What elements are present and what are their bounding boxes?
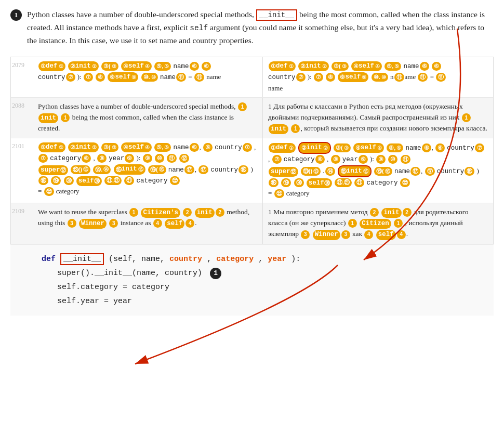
r-tok-19: ⑲: [281, 178, 291, 187]
l-tok-20: ⑳: [64, 176, 74, 185]
tok-self-2109: self: [165, 219, 184, 229]
tok-init-r-2088: init: [269, 124, 288, 134]
rtok-8: ⑧: [326, 73, 335, 82]
tok-init-2088: init: [38, 113, 58, 123]
rtok-4: ④self④: [351, 61, 382, 71]
r-tok-self20: self⑳: [307, 178, 332, 188]
l-tok-1: ①def①: [38, 142, 65, 152]
badge-2109-4: 4: [153, 219, 162, 228]
r-tok-10: ⑩: [388, 155, 397, 164]
l-tok-12: ⑫: [179, 154, 189, 163]
badge-1-r: 1: [291, 124, 300, 133]
rtok-10: ⑩.⑩: [372, 73, 388, 82]
r-tok-20: ⑳: [294, 178, 304, 187]
kw-def: def: [42, 255, 56, 264]
table-row: 2109 We want to reuse the superclass 1 C…: [11, 203, 493, 244]
r-badge-2109-2b: 2: [403, 208, 412, 217]
rtok-2: ②init②: [298, 61, 329, 71]
row-content-2109: We want to reuse the superclass 1 Citize…: [33, 203, 493, 244]
r-tok-self-2109: self: [376, 230, 396, 240]
tok-10: ⑩.⑩: [141, 73, 158, 82]
code-line-2: super().__init__(name, country) 1: [42, 266, 483, 280]
badge-citizen: 1: [129, 208, 138, 217]
col-right-2109: 1 Мы повторно применяем метод 2 init2 дл…: [263, 203, 493, 244]
r-tok-super: super⑫: [269, 167, 298, 177]
l-tok-8b: ⑧: [97, 154, 107, 163]
l-tok-9b: ⑨: [143, 154, 152, 163]
row-id-2109: 2109: [11, 203, 33, 244]
r-tok-22: ㉒: [400, 178, 410, 187]
r-badge-3b: 3: [341, 230, 350, 239]
code-badge-1: 1: [210, 268, 221, 279]
l-tok-5: ⑤,⑤: [154, 143, 171, 152]
r-badge-self: 4: [364, 230, 373, 239]
badge-2109-2b: 2: [216, 208, 224, 217]
rtok-11: ⑪: [394, 73, 404, 82]
l-tok-super: super⑫: [38, 165, 68, 175]
col-left-2101: ①def① ②init② ③(③ ④self④ ⑤,⑤ name⑥, ⑥ cou…: [33, 138, 263, 203]
col-left-2079: ①def① ②init② ③(③ ④self④ ⑤,⑤ name⑥ ⑥ coun…: [33, 57, 263, 97]
r-badge-4b: 4: [397, 230, 406, 239]
badge-2109-4b: 4: [185, 219, 194, 228]
l-tok-18: ⑱: [238, 165, 248, 174]
tok-citizen: Citizen's: [141, 208, 180, 218]
l-tok-17b: ⑰: [198, 165, 208, 174]
self-inline: self: [190, 24, 208, 32]
r-tok-7b: ⑦: [272, 155, 282, 164]
col-left-2088: Python classes have a number of double-u…: [33, 98, 263, 138]
col-right-2101: ①def① ②init② ③(③ ④self④ ⑤,⑤ name⑥, ⑥ cou…: [263, 138, 493, 203]
r-badge-winner: 3: [301, 230, 310, 239]
row-content-2079: ①def① ②init② ③(③ ④self④ ⑤,⑤ name⑥ ⑥ coun…: [33, 57, 493, 97]
r-tok-winner: Winner: [313, 230, 340, 240]
r-tok-7: ⑦: [475, 143, 484, 152]
tok-5: ⑤,⑤: [154, 62, 171, 71]
r-tok-8b: ⑧: [331, 155, 340, 164]
r-tok-3: ③(③: [334, 143, 351, 152]
l-tok-13: ⑬()⑬: [71, 165, 90, 174]
badge-1b: 1: [61, 113, 70, 122]
l-tok-3: ③(③: [101, 143, 118, 152]
rtok-9: ⑨self⑨: [338, 72, 368, 82]
r-tok-16: ⑯(⑯: [374, 167, 392, 176]
badge-2109-3: 3: [68, 219, 76, 228]
badge-2109-2: 2: [183, 208, 192, 217]
r-badge-1: 1: [394, 219, 403, 228]
rtok-5: ⑤,⑤: [384, 62, 401, 71]
tok-7: ⑦: [66, 73, 75, 82]
r-tok-1: ①def①: [269, 143, 296, 153]
init-boxed-code: __init__: [60, 253, 104, 265]
badge-1: 1: [238, 102, 247, 111]
r-badge-2109-2: 2: [370, 208, 379, 217]
l-tok-10: ⑩: [155, 154, 164, 163]
l-tok-18b: ⑱: [38, 176, 48, 185]
init-boxed-top: __init__: [256, 9, 297, 21]
tok-4: ④self④: [121, 61, 152, 71]
r-tok-18: ⑱: [465, 167, 474, 176]
row-id-2079: 2079: [11, 57, 33, 97]
bullet-1: 1: [10, 9, 22, 21]
l-tok-7: ⑦: [243, 143, 252, 152]
l-tok-self20: self⑳: [76, 176, 102, 186]
tok-winner: Winner: [79, 219, 107, 229]
table-row: 2101 ①def① ②init② ③(③ ④self④ ⑤,⑤ name⑥, …: [11, 138, 493, 203]
l-tok-21b: ㉑: [124, 176, 134, 185]
l-tok-4: ④self④: [121, 142, 152, 152]
col-right-2079: ①def① ②init② ③(③ ④self④ ⑤,⑤ name⑥ ⑥ coun…: [263, 57, 493, 97]
tok-9: ⑨self⑨: [108, 72, 138, 82]
l-tok-6b: ⑥: [203, 143, 213, 152]
l-tok-14: ⑭.⑭: [93, 165, 111, 174]
col-right-2088: 1 Для работы с классами в Python есть ря…: [263, 98, 493, 138]
r-tok-init-2109: init: [381, 208, 401, 218]
r-tok-21b: ㉑: [354, 178, 364, 187]
r-tok-5: ⑤,⑤: [387, 143, 403, 152]
code-line-3: self.category = category: [42, 280, 483, 294]
tok-1: ①def①: [38, 61, 65, 71]
r-tok-6: ⑥: [422, 143, 431, 152]
table-row: 2079 ①def① ②init② ③(③ ④self④ ⑤,⑤ name⑥ ⑥…: [11, 57, 493, 98]
rtok-1: ①def①: [269, 61, 296, 71]
rtok-3: ③(③: [331, 62, 349, 71]
rtok-6: ⑥: [420, 62, 429, 71]
rtok-6b: ⑥: [432, 62, 441, 71]
r-tok-2: ②init②: [298, 142, 331, 154]
rtok-11c: ⑪: [436, 73, 446, 82]
